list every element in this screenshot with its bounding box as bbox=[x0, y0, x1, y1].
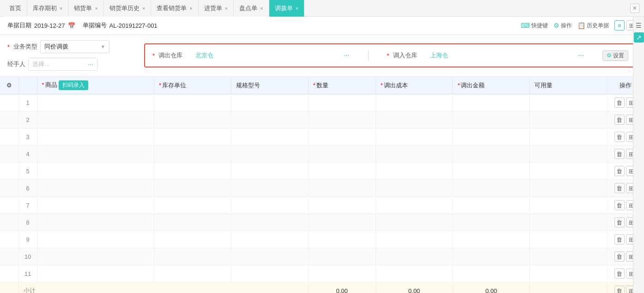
row-delete-button[interactable]: 🗑 bbox=[614, 132, 625, 142]
tab-transfer-close[interactable]: × bbox=[296, 6, 298, 11]
row-goods-cell[interactable] bbox=[37, 248, 154, 265]
handler-value[interactable]: 选择... ··· bbox=[28, 58, 97, 71]
row-qty-cell[interactable] bbox=[308, 94, 376, 111]
sidebar-export-icon[interactable]: ↗ bbox=[634, 32, 644, 43]
row-goods-cell[interactable] bbox=[37, 94, 154, 111]
tab-sales-history-close[interactable]: × bbox=[142, 6, 145, 11]
row-available-cell[interactable] bbox=[530, 231, 607, 248]
row-goods-cell[interactable] bbox=[37, 111, 154, 128]
row-qty-cell[interactable] bbox=[308, 214, 376, 231]
row-unit-cell[interactable] bbox=[154, 163, 231, 180]
tab-stocktake[interactable]: 盘点单 × bbox=[234, 0, 269, 17]
row-spec-cell[interactable] bbox=[231, 146, 308, 163]
row-spec-cell[interactable] bbox=[231, 128, 308, 146]
tab-sales-history[interactable]: 销货单历史 × bbox=[104, 0, 151, 17]
business-type-value[interactable]: 同价调拨 ▼ bbox=[40, 40, 109, 53]
row-unit-cell[interactable] bbox=[154, 197, 231, 214]
row-delete-button[interactable]: 🗑 bbox=[614, 269, 625, 279]
row-amount-cell[interactable] bbox=[453, 94, 530, 111]
subtotal-delete-button[interactable]: 🗑 bbox=[614, 286, 625, 293]
row-amount-cell[interactable] bbox=[453, 231, 530, 248]
scan-btn[interactable]: 扫码录入 bbox=[59, 80, 88, 90]
row-qty-cell[interactable] bbox=[308, 111, 376, 128]
row-delete-button[interactable]: 🗑 bbox=[614, 98, 625, 108]
row-unit-cell[interactable] bbox=[154, 248, 231, 265]
tab-inventory-init-close[interactable]: × bbox=[60, 6, 62, 11]
transfer-in-dots-icon[interactable]: ··· bbox=[578, 51, 584, 60]
tab-view-sales[interactable]: 查看销货单 × bbox=[151, 0, 198, 17]
sidebar-list-icon[interactable]: ☰ bbox=[634, 20, 644, 31]
row-goods-cell[interactable] bbox=[37, 163, 154, 180]
row-unit-cell[interactable] bbox=[154, 214, 231, 231]
tab-view-sales-close[interactable]: × bbox=[189, 6, 192, 11]
layout-list-button[interactable]: ≡ bbox=[614, 20, 625, 31]
row-goods-cell[interactable] bbox=[37, 128, 154, 146]
row-cost-cell[interactable] bbox=[376, 231, 453, 248]
row-amount-cell[interactable] bbox=[453, 248, 530, 265]
row-delete-button[interactable]: 🗑 bbox=[614, 166, 625, 176]
row-goods-cell[interactable] bbox=[37, 197, 154, 214]
row-spec-cell[interactable] bbox=[231, 265, 308, 282]
row-available-cell[interactable] bbox=[530, 197, 607, 214]
row-amount-cell[interactable] bbox=[453, 265, 530, 282]
row-qty-cell[interactable] bbox=[308, 180, 376, 197]
row-delete-button[interactable]: 🗑 bbox=[614, 251, 625, 262]
row-spec-cell[interactable] bbox=[231, 94, 308, 111]
row-cost-cell[interactable] bbox=[376, 197, 453, 214]
th-gear[interactable]: ⚙ bbox=[0, 77, 18, 94]
row-amount-cell[interactable] bbox=[453, 214, 530, 231]
row-amount-cell[interactable] bbox=[453, 163, 530, 180]
row-available-cell[interactable] bbox=[530, 111, 607, 128]
row-amount-cell[interactable] bbox=[453, 128, 530, 146]
tab-stocktake-close[interactable]: × bbox=[260, 6, 263, 11]
table-scroll-area[interactable]: ⚙ *商品 扫码录入 *库存单位 规格型号 *数量 *调出成本 *调出金额 可用… bbox=[0, 77, 644, 293]
row-available-cell[interactable] bbox=[530, 180, 607, 197]
row-cost-cell[interactable] bbox=[376, 265, 453, 282]
row-goods-cell[interactable] bbox=[37, 265, 154, 282]
row-delete-button[interactable]: 🗑 bbox=[614, 200, 625, 210]
row-spec-cell[interactable] bbox=[231, 197, 308, 214]
tab-bar-close-button[interactable]: × bbox=[630, 4, 639, 13]
row-cost-cell[interactable] bbox=[376, 146, 453, 163]
row-unit-cell[interactable] bbox=[154, 265, 231, 282]
tab-home[interactable]: 首页 bbox=[4, 0, 27, 17]
row-qty-cell[interactable] bbox=[308, 197, 376, 214]
row-amount-cell[interactable] bbox=[453, 180, 530, 197]
row-spec-cell[interactable] bbox=[231, 111, 308, 128]
transfer-out-dots-icon[interactable]: ··· bbox=[343, 51, 349, 60]
row-amount-cell[interactable] bbox=[453, 146, 530, 163]
row-spec-cell[interactable] bbox=[231, 180, 308, 197]
row-available-cell[interactable] bbox=[530, 128, 607, 146]
row-available-cell[interactable] bbox=[530, 248, 607, 265]
row-unit-cell[interactable] bbox=[154, 128, 231, 146]
shortcuts-button[interactable]: ⌨ 快捷键 bbox=[521, 22, 548, 30]
row-goods-cell[interactable] bbox=[37, 180, 154, 197]
row-delete-button[interactable]: 🗑 bbox=[614, 149, 625, 159]
tab-sales-order[interactable]: 销货单 × bbox=[68, 0, 103, 17]
row-unit-cell[interactable] bbox=[154, 94, 231, 111]
row-unit-cell[interactable] bbox=[154, 180, 231, 197]
tab-transfer[interactable]: 调拨单 × bbox=[269, 0, 304, 17]
row-goods-cell[interactable] bbox=[37, 214, 154, 231]
row-cost-cell[interactable] bbox=[376, 180, 453, 197]
row-spec-cell[interactable] bbox=[231, 214, 308, 231]
row-cost-cell[interactable] bbox=[376, 214, 453, 231]
row-available-cell[interactable] bbox=[530, 163, 607, 180]
row-unit-cell[interactable] bbox=[154, 231, 231, 248]
calendar-icon[interactable]: 📅 bbox=[68, 22, 75, 29]
handler-dots-icon[interactable]: ··· bbox=[88, 61, 93, 68]
row-available-cell[interactable] bbox=[530, 146, 607, 163]
row-cost-cell[interactable] bbox=[376, 94, 453, 111]
settings-button[interactable]: ⚙ 设置 bbox=[602, 50, 628, 61]
row-qty-cell[interactable] bbox=[308, 265, 376, 282]
row-qty-cell[interactable] bbox=[308, 163, 376, 180]
tab-inventory-init[interactable]: 库存期初 × bbox=[27, 0, 68, 17]
row-delete-button[interactable]: 🗑 bbox=[614, 115, 625, 125]
row-qty-cell[interactable] bbox=[308, 128, 376, 146]
row-cost-cell[interactable] bbox=[376, 163, 453, 180]
row-spec-cell[interactable] bbox=[231, 231, 308, 248]
row-delete-button[interactable]: 🗑 bbox=[614, 217, 625, 227]
row-qty-cell[interactable] bbox=[308, 248, 376, 265]
row-goods-cell[interactable] bbox=[37, 146, 154, 163]
row-available-cell[interactable] bbox=[530, 94, 607, 111]
